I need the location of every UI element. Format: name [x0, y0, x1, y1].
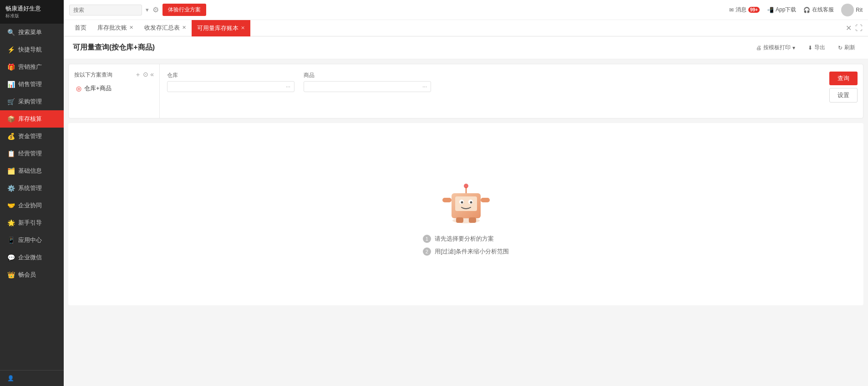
- goods-input-wrapper: ···: [304, 81, 431, 92]
- online-service-label: 在线客服: [812, 6, 834, 14]
- page-header-actions: 🖨 按模板打印 ▾ ⬇ 导出 ↻ 刷新: [752, 42, 859, 53]
- print-btn[interactable]: 🖨 按模板打印 ▾: [752, 42, 799, 53]
- sidebar-item-enterprise[interactable]: 🤝 企业协同: [0, 197, 64, 214]
- sidebar-item-operation[interactable]: 📋 经营管理: [0, 145, 64, 162]
- sidebar-item-marketing[interactable]: 🎁 营销推广: [0, 58, 64, 76]
- sidebar-item-vip[interactable]: 👑 畅会员: [0, 266, 64, 283]
- gear-icon[interactable]: ⚙: [152, 5, 159, 14]
- sidebar-item-label: 搜索菜单: [18, 28, 42, 36]
- app-download-btn[interactable]: 📲 App下载: [767, 6, 796, 14]
- newguide-icon: 🌟: [7, 219, 15, 226]
- sidebar-item-appstore[interactable]: 📱 应用中心: [0, 232, 64, 249]
- search-input[interactable]: [69, 5, 142, 15]
- dropdown-icon[interactable]: ▾: [146, 6, 149, 13]
- sidebar-item-label: 采购管理: [18, 98, 42, 106]
- tab-close-icon[interactable]: ✕: [129, 25, 133, 31]
- tab-label: 可用量库存账本: [197, 24, 239, 32]
- tab-home[interactable]: 首页: [69, 20, 92, 36]
- query-btn[interactable]: 查询: [829, 72, 858, 85]
- settings-scheme-icon[interactable]: ⊙: [143, 71, 148, 79]
- tip-num-1: 1: [423, 235, 431, 243]
- scheme-item-warehouse-goods[interactable]: ◎ 仓库+商品: [69, 81, 159, 96]
- search-icon: 🔍: [7, 29, 15, 36]
- tab-batch-ledger[interactable]: 库存批次账 ✕: [92, 20, 139, 36]
- tab-label: 库存批次账: [97, 24, 127, 32]
- sidebar-item-label: 销售管理: [18, 80, 42, 88]
- svg-point-6: [470, 201, 472, 204]
- tab-close-icon[interactable]: ✕: [241, 25, 245, 31]
- svg-rect-10: [481, 198, 490, 202]
- basic-icon: 🗂️: [7, 167, 15, 175]
- app-version: 标准版: [5, 13, 58, 19]
- export-btn[interactable]: ⬇ 导出: [804, 42, 829, 53]
- sidebar-item-label: 新手引导: [18, 219, 42, 227]
- tabs-close-btn[interactable]: ✕: [846, 24, 852, 32]
- add-scheme-icon[interactable]: ＋: [135, 71, 141, 79]
- goods-input[interactable]: [308, 83, 420, 90]
- sidebar-item-label: 资金管理: [18, 132, 42, 140]
- topbar: ▾ ⚙ 体验行业方案 ✉ 消息 99+ 📲 App下载 🎧 在线客服 Rit: [64, 0, 868, 20]
- sidebar-item-purchase[interactable]: 🛒 采购管理: [0, 93, 64, 110]
- settings-btn[interactable]: 设置: [829, 88, 858, 103]
- sidebar-item-search[interactable]: 🔍 搜索菜单: [0, 24, 64, 41]
- sidebar-item-label: 系统管理: [18, 184, 42, 192]
- page: 可用量查询(按仓库+商品) 🖨 按模板打印 ▾ ⬇ 导出 ↻ 刷新: [64, 36, 868, 386]
- query-panel: 按以下方案查询 ＋ ⊙ « ◎ 仓库+商品 仓库: [68, 64, 863, 118]
- tab-close-icon[interactable]: ✕: [182, 25, 186, 31]
- app-name: 畅康通好生意: [5, 5, 58, 13]
- online-service-btn[interactable]: 🎧 在线客服: [803, 6, 834, 14]
- sidebar-scroll: 🔍 搜索菜单 ⚡ 快捷导航 🎁 营销推广 📊 销售管理 🛒 采购管理 📦 库存核…: [0, 24, 64, 370]
- inventory-icon: 📦: [7, 115, 15, 123]
- system-icon: ⚙️: [7, 185, 15, 192]
- goods-more-icon[interactable]: ···: [422, 83, 427, 90]
- tab-label: 收发存汇总表: [144, 24, 180, 32]
- topbar-left: ▾ ⚙ 体验行业方案: [69, 4, 725, 16]
- message-icon: ✉: [729, 7, 734, 13]
- print-icon: 🖨: [756, 45, 761, 51]
- tab-available-inventory[interactable]: 可用量库存账本 ✕: [192, 20, 250, 36]
- refresh-btn[interactable]: ↻ 刷新: [834, 42, 859, 53]
- sidebar-item-label: 库存核算: [18, 115, 42, 123]
- query-sidebar-header: 按以下方案查询 ＋ ⊙ «: [69, 69, 159, 81]
- sidebar-item-wecom[interactable]: 💬 企业微信: [0, 249, 64, 266]
- vip-icon: 👑: [7, 271, 15, 278]
- message-badge: 99+: [748, 7, 760, 13]
- empty-state: 1 请先选择要分析的方案 2 用[过滤]条件来缩小分析范围: [68, 123, 863, 305]
- app-logo: 畅康通好生意 标准版: [0, 0, 64, 24]
- sidebar-item-system[interactable]: ⚙️ 系统管理: [0, 180, 64, 197]
- sidebar-item-quicknav[interactable]: ⚡ 快捷导航: [0, 41, 64, 58]
- main-content: ▾ ⚙ 体验行业方案 ✉ 消息 99+ 📲 App下载 🎧 在线客服 Rit: [64, 0, 868, 386]
- warehouse-more-icon[interactable]: ···: [286, 83, 290, 90]
- warehouse-label: 仓库: [167, 72, 294, 79]
- service-icon: 🎧: [803, 7, 810, 13]
- export-label: 导出: [814, 44, 825, 51]
- tab-bar: 首页 库存批次账 ✕ 收发存汇总表 ✕ 可用量库存账本 ✕ ✕ ⛶: [64, 20, 868, 36]
- sidebar-item-finance[interactable]: 💰 资金管理: [0, 128, 64, 145]
- finance-icon: 💰: [7, 133, 15, 140]
- sidebar-item-inventory[interactable]: 📦 库存核算: [0, 110, 64, 128]
- username-label: Rit: [856, 7, 863, 13]
- goods-field: 商品 ···: [304, 72, 431, 92]
- tab-summary[interactable]: 收发存汇总表 ✕: [139, 20, 192, 36]
- warehouse-field: 仓库 ···: [167, 72, 294, 92]
- sales-icon: 📊: [7, 81, 15, 88]
- sidebar-item-label: 畅会员: [18, 271, 36, 279]
- sidebar-item-sales[interactable]: 📊 销售管理: [0, 76, 64, 93]
- tip-text-1: 请先选择要分析的方案: [435, 235, 494, 243]
- sidebar: 畅康通好生意 标准版 🔍 搜索菜单 ⚡ 快捷导航 🎁 营销推广 📊 销售管理 🛒…: [0, 0, 64, 386]
- app-download-label: App下载: [776, 6, 796, 14]
- empty-tip-1: 1 请先选择要分析的方案: [423, 235, 509, 243]
- user-avatar-btn[interactable]: Rit: [841, 4, 863, 16]
- warehouse-input[interactable]: [171, 83, 283, 90]
- message-btn[interactable]: ✉ 消息 99+: [729, 6, 760, 14]
- sidebar-item-newguide[interactable]: 🌟 新手引导: [0, 214, 64, 232]
- sidebar-item-label: 企业协同: [18, 201, 42, 210]
- tabs-expand-btn[interactable]: ⛶: [855, 24, 863, 32]
- svg-point-5: [461, 201, 463, 204]
- industry-btn[interactable]: 体验行业方案: [162, 4, 206, 16]
- empty-tips: 1 请先选择要分析的方案 2 用[过滤]条件来缩小分析范围: [423, 235, 509, 256]
- query-sidebar-title: 按以下方案查询: [74, 71, 112, 79]
- collapse-icon[interactable]: «: [150, 71, 154, 79]
- sidebar-item-basic[interactable]: 🗂️ 基础信息: [0, 162, 64, 180]
- purchase-icon: 🛒: [7, 98, 15, 105]
